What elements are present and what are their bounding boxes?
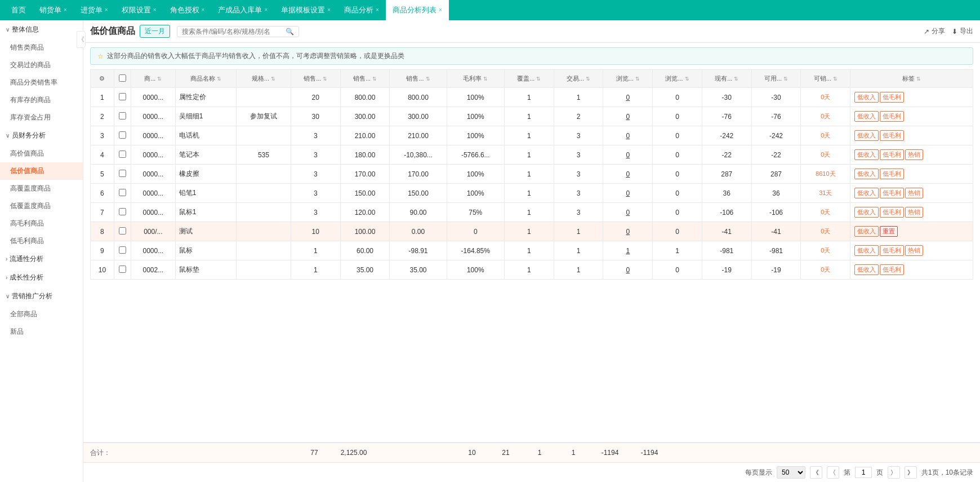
settings-icon[interactable]: ⚙ [99, 75, 105, 82]
cell-checkbox[interactable] [114, 126, 131, 145]
col-saleable[interactable]: 可销... ⇅ [801, 70, 850, 88]
close-icon[interactable]: × [376, 0, 379, 20]
close-icon[interactable]: × [202, 0, 205, 20]
share-button[interactable]: ↗ 分享 [924, 26, 945, 36]
row-checkbox[interactable] [119, 170, 126, 177]
sidebar-item-low-coverage[interactable]: 低覆盖度商品 [0, 197, 83, 215]
sidebar-item-category-sales[interactable]: 商品分类销售率 [0, 74, 83, 91]
cell-price: 0.00 [390, 222, 447, 241]
nav-product-analysis[interactable]: 商品分析 × [337, 0, 386, 20]
col-spec[interactable]: 规格... ⇅ [236, 70, 291, 88]
nav-product-analysis-list[interactable]: 商品分析列表 × [386, 0, 449, 20]
table-row: 6 0000... 铅笔1 3 150.00 150.00 100% 1 3 0… [91, 184, 973, 203]
per-page-select[interactable]: 50 100 200 [777, 466, 805, 479]
close-icon[interactable]: × [105, 0, 108, 20]
view-count-link[interactable]: 0 [626, 228, 630, 236]
sidebar-item-all-products[interactable]: 全部商品 [0, 306, 83, 323]
col-code[interactable]: 商... ⇅ [131, 70, 175, 88]
col-available[interactable]: 可用... ⇅ [751, 70, 801, 88]
col-tags[interactable]: 标签 ⇅ [850, 70, 973, 88]
view-count-link[interactable]: 0 [626, 209, 630, 216]
col-sales-price[interactable]: 销售... ⇅ [390, 70, 447, 88]
col-view2[interactable]: 浏览... ⇅ [653, 70, 702, 88]
next-page-button[interactable]: 〉 [888, 466, 900, 479]
search-input[interactable] [182, 28, 283, 36]
nav-sales-order[interactable]: 销货单 × [33, 0, 74, 20]
row-checkbox[interactable] [119, 246, 126, 254]
sidebar-item-high-value[interactable]: 高价值商品 [0, 145, 83, 162]
close-icon[interactable]: × [64, 0, 67, 20]
cell-checkbox[interactable] [114, 222, 131, 241]
sidebar-item-high-margin[interactable]: 高毛利商品 [0, 215, 83, 232]
row-checkbox[interactable] [119, 93, 126, 100]
col-trade[interactable]: 交易... ⇅ [554, 70, 603, 88]
nav-product-inbound[interactable]: 产成品入库单 × [211, 0, 274, 20]
cell-checkbox[interactable] [114, 203, 131, 222]
sidebar-item-low-value[interactable]: 低价值商品 [0, 162, 83, 180]
sidebar-group-financial[interactable]: ∨ 员财务分析 [0, 126, 83, 145]
view-count-link[interactable]: 0 [626, 266, 630, 274]
close-icon[interactable]: × [264, 0, 268, 20]
sidebar-group-growth[interactable]: › 成长性分析 [0, 268, 83, 287]
sidebar-group-overall[interactable]: ∨ 整体信息 [0, 20, 83, 39]
cell-checkbox[interactable] [114, 88, 131, 107]
row-checkbox[interactable] [119, 208, 126, 215]
cell-checkbox[interactable] [114, 145, 131, 165]
sidebar-item-capital-occupation[interactable]: 库存资金占用 [0, 109, 83, 126]
cell-checkbox[interactable] [114, 184, 131, 203]
cell-amount: 170.00 [340, 165, 390, 184]
row-checkbox[interactable] [119, 112, 126, 120]
col-coverage[interactable]: 覆盖... ⇅ [504, 70, 554, 88]
col-name[interactable]: 商品名称 ⇅ [175, 70, 236, 88]
view-count-link[interactable]: 0 [626, 113, 630, 121]
row-checkbox[interactable] [119, 151, 126, 158]
close-icon[interactable]: × [439, 0, 442, 20]
sidebar-item-new-products[interactable]: 新品 [0, 323, 83, 341]
col-current[interactable]: 现有... ⇅ [702, 70, 751, 88]
sidebar-group-liquidity[interactable]: › 流通性分析 [0, 250, 83, 268]
filter-recent-month-button[interactable]: 近一月 [140, 25, 170, 38]
view-count-link[interactable]: 1 [626, 247, 630, 255]
view-count-link[interactable]: 0 [626, 170, 630, 178]
nav-role-auth[interactable]: 角色授权 × [163, 0, 212, 20]
col-sales-amount[interactable]: 销售... ⇅ [340, 70, 390, 88]
view-count-link[interactable]: 0 [626, 151, 630, 159]
search-icon[interactable]: 🔍 [286, 28, 294, 36]
last-page-button[interactable]: 》 [905, 466, 917, 479]
cell-checkbox[interactable] [114, 241, 131, 260]
sidebar-item-traded-products[interactable]: 交易过的商品 [0, 56, 83, 74]
cell-coverage: 1 [504, 203, 554, 222]
export-button[interactable]: ⬇ 导出 [952, 26, 973, 36]
prev-page-button[interactable]: 〈 [827, 466, 839, 479]
view-count-link[interactable]: 0 [626, 189, 630, 197]
sidebar-item-high-coverage[interactable]: 高覆盖度商品 [0, 180, 83, 197]
row-checkbox[interactable] [119, 189, 126, 196]
sidebar-collapse-button[interactable]: 《 [83, 31, 86, 48]
nav-permission[interactable]: 权限设置 × [115, 0, 163, 20]
col-settings[interactable]: ⚙ [91, 70, 114, 88]
col-sales-qty[interactable]: 销售... ⇅ [291, 70, 340, 88]
col-view1[interactable]: 浏览... ⇅ [603, 70, 653, 88]
select-all-checkbox[interactable] [119, 74, 126, 82]
close-icon[interactable]: × [327, 0, 331, 20]
view-count-link[interactable]: 0 [626, 94, 630, 101]
product-tag: 低收入 [854, 111, 879, 122]
sidebar-item-low-margin[interactable]: 低毛利商品 [0, 232, 83, 250]
row-checkbox[interactable] [119, 227, 126, 235]
sidebar-item-stock-products[interactable]: 有库存的商品 [0, 91, 83, 109]
row-checkbox[interactable] [119, 131, 126, 139]
sidebar-group-marketing[interactable]: ∨ 营销推广分析 [0, 287, 83, 306]
first-page-button[interactable]: 《 [810, 466, 822, 479]
close-icon[interactable]: × [153, 0, 157, 20]
sidebar-item-sales-products[interactable]: 销售类商品 [0, 39, 83, 56]
nav-purchase-order[interactable]: 进货单 × [74, 0, 115, 20]
row-checkbox[interactable] [119, 266, 126, 273]
nav-template-settings[interactable]: 单据模板设置 × [274, 0, 337, 20]
nav-home[interactable]: 首页 [5, 0, 33, 20]
view-count-link[interactable]: 0 [626, 132, 630, 140]
cell-checkbox[interactable] [114, 165, 131, 184]
col-margin[interactable]: 毛利率 ⇅ [447, 70, 504, 88]
cell-checkbox[interactable] [114, 260, 131, 280]
cell-checkbox[interactable] [114, 107, 131, 126]
current-page-input[interactable] [855, 467, 872, 478]
